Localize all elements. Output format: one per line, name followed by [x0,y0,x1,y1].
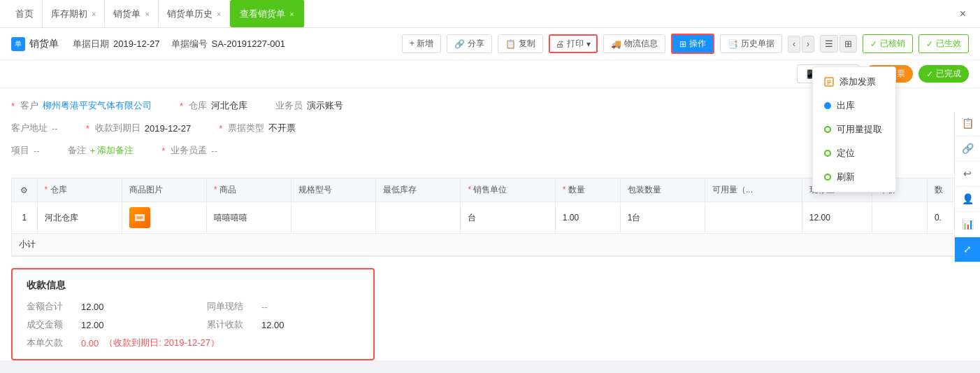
svg-rect-1 [137,216,143,219]
warehouse-out-item[interactable]: 出库 [813,94,895,118]
operation-dropdown: 添加发票 出库 可用量提取 定位 刷新 [812,66,896,192]
sidebar-icon-2[interactable]: 🔗 [955,136,980,162]
view-toggle: ☰ ⊞ [820,35,857,52]
row-stock: 12.00 [802,202,872,234]
deal-amount-value: 12.00 [81,320,104,330]
print-button[interactable]: 🖨 打印 ▾ [549,34,598,53]
col-unit: * 销售单位 [461,178,555,202]
grid-view-btn[interactable]: ⊞ [840,35,857,52]
payment-title: 收款信息 [27,279,359,292]
operation-button[interactable]: ⊞ 操作 [671,34,714,54]
grid-icon: ⊞ [679,39,686,49]
history-button[interactable]: 📑 历史单据 [720,34,782,53]
logistics-button[interactable]: 🚚 物流信息 [603,34,665,53]
deal-amount-item: 成交金额 12.00 [27,318,179,331]
customer-value[interactable]: 柳州粤港平安气体有限公司 [43,99,152,112]
payment-grid: 金额合计 12.00 同单现结 -- 成交金额 12.00 累计收款 12.00… [27,300,359,349]
col-product: * 商品 [206,178,291,202]
close-sales-tab[interactable]: × [145,10,149,18]
sidebar-icon-1[interactable]: 📋 [955,111,980,136]
new-button[interactable]: + 新增 [402,34,441,53]
due-amount-value: 0.00 [81,338,99,349]
row-spec [291,202,376,234]
staff-field: 业务员 演示账号 [275,99,343,112]
effective-button[interactable]: ✓ 已生效 [918,34,969,53]
address-value: -- [52,123,58,134]
doc-title-text: 销货单 [29,38,59,50]
close-history-tab[interactable]: × [217,10,221,18]
due-amount-item: 本单欠款 0.00 （收款到期日: 2019-12-27） [27,337,359,349]
row-pkg-qty: 1台 [620,202,705,234]
complete-status-button[interactable]: ✓ 已完成 [918,65,969,83]
col-available: 可用量（... [705,178,802,202]
sidebar-icon-4[interactable]: 👤 [955,187,980,212]
tab-home[interactable]: 首页 [7,0,43,27]
same-order-value: -- [261,302,268,312]
address-field: 客户地址 -- [11,122,58,134]
locate-item[interactable]: 定位 [813,141,895,165]
col-warehouse: * 仓库 [37,178,122,202]
row-unit: 台 [461,202,555,234]
doc-date: 单据日期 2019-12-27 [73,38,160,50]
doc-icon: 单 [11,37,25,51]
tab-view-sales[interactable]: 查看销货单 × [230,0,304,27]
available-qty-item[interactable]: 可用量提取 [813,118,895,141]
warehouse-value: 河北仓库 [211,99,247,112]
row-min-stock [376,202,461,234]
product-thumbnail [129,207,150,228]
doc-number: 单据编号 SA-20191227-001 [171,38,286,50]
doc-meta: 单据日期 2019-12-27 单据编号 SA-20191227-001 [73,38,285,50]
share-button[interactable]: 🔗 分享 [447,34,492,53]
nav-arrows: ‹ › [788,36,814,52]
table-row: 1 河北仓库 嘻嘻嘻嘻 台 1.00 1台 [12,202,968,234]
tab-sales-history[interactable]: 销货单历史 × [159,0,230,27]
locate-dot [824,150,831,157]
cancel-button[interactable]: ✓ 已核销 [863,34,913,53]
available-qty-dot [824,126,831,133]
copy-icon: 📋 [505,39,516,49]
due-date-value: 2019-12-27 [145,123,192,134]
close-view-tab[interactable]: × [289,10,294,18]
complete-icon: ✓ [926,69,933,79]
refresh-item[interactable]: 刷新 [813,165,895,189]
doc-header: 单 销货单 单据日期 2019-12-27 单据编号 SA-20191227-0… [0,28,980,60]
subtotal-label: 小计 [12,234,968,256]
tab-inventory[interactable]: 库存期初 × [43,0,105,27]
amount-item: 金额合计 12.00 [27,300,179,313]
row-index: 1 [12,202,37,234]
due-date-field: * 收款到期日 2019-12-27 [86,122,192,134]
sidebar-icon-3[interactable]: ↩ [955,162,980,187]
add-note-button[interactable]: + 添加备注 [90,144,134,157]
add-invoice-item[interactable]: 添加发票 [813,70,895,94]
cumulative-item: 累计收款 12.00 [207,318,359,331]
operator-field: * 业务员孟 -- [161,144,217,157]
ticket-field: * 票据类型 不开票 [219,122,296,134]
col-pkg-qty: 包装数量 [620,178,705,202]
refresh-dot [824,174,831,181]
plus-icon: + [90,146,96,156]
history-icon: 📑 [728,39,738,49]
sidebar-icon-6[interactable]: ⤢ [955,237,980,262]
row-price [872,202,927,234]
subtotal-row: 小计 [12,234,968,256]
copy-button[interactable]: 📋 复制 [498,34,543,53]
close-inventory-tab[interactable]: × [92,10,96,18]
prev-arrow[interactable]: ‹ [788,36,800,52]
next-arrow[interactable]: › [802,36,814,52]
tab-sales[interactable]: 销货单 × [105,0,158,27]
close-window[interactable]: × [953,8,973,20]
operator-value: -- [211,146,217,156]
list-view-btn[interactable]: ☰ [820,35,838,52]
amount-value: 12.00 [81,302,104,312]
row-qty: 1.00 [555,202,620,234]
right-sidebar: 📋 🔗 ↩ 👤 📊 ⤢ [954,111,980,262]
tab-bar: 首页 库存期初 × 销货单 × 销货单历史 × 查看销货单 × × [0,0,980,28]
row-available [705,202,802,234]
col-settings[interactable]: ⚙ [12,178,37,202]
sidebar-icon-5[interactable]: 📊 [955,212,980,237]
doc-title: 单 销货单 [11,37,59,51]
cumulative-value: 12.00 [261,320,284,330]
project-value: -- [34,146,40,156]
due-note: （收款到期日: 2019-12-27） [104,337,219,349]
payment-box: 收款信息 金额合计 12.00 同单现结 -- 成交金额 12.00 累计收款 … [11,268,375,360]
